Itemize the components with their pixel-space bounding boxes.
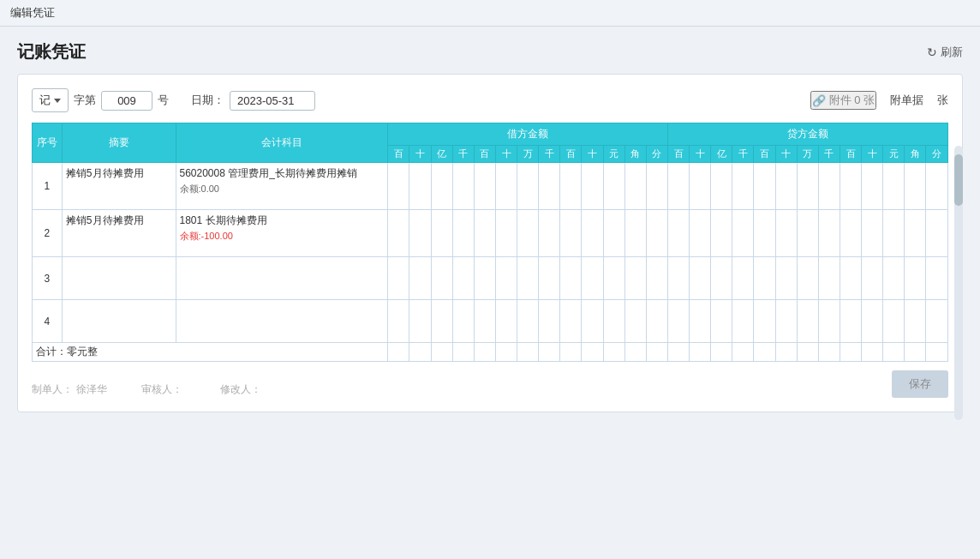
debit-digit-r0c10[interactable] — [603, 163, 624, 210]
credit-digit-r3c6[interactable] — [797, 300, 818, 343]
debit-digit-r2c10[interactable] — [603, 257, 624, 300]
voucher-type-button[interactable]: 记 — [32, 88, 69, 112]
debit-digit-r1c4[interactable] — [474, 210, 495, 257]
debit-digit-r3c0[interactable] — [388, 300, 409, 343]
credit-digit-r2c12[interactable] — [926, 257, 948, 300]
credit-digit-r2c9[interactable] — [862, 257, 883, 300]
credit-digit-r2c0[interactable] — [667, 257, 689, 300]
row-summary-0[interactable]: 摊销5月待摊费用 — [62, 163, 176, 210]
debit-digit-r1c8[interactable] — [560, 210, 582, 257]
credit-digit-r3c12[interactable] — [926, 300, 948, 343]
save-button[interactable]: 保存 — [892, 370, 948, 398]
debit-digit-r3c10[interactable] — [603, 300, 624, 343]
credit-digit-r1c2[interactable] — [711, 210, 732, 257]
credit-digit-r1c9[interactable] — [862, 210, 883, 257]
debit-digit-r1c6[interactable] — [517, 210, 539, 257]
credit-digit-r3c3[interactable] — [732, 300, 754, 343]
credit-digit-r0c0[interactable] — [667, 163, 689, 210]
credit-digit-r1c12[interactable] — [926, 210, 948, 257]
scrollbar-thumb[interactable] — [954, 154, 963, 206]
row-summary-1[interactable]: 摊销5月待摊费用 — [62, 210, 176, 257]
debit-digit-r2c0[interactable] — [388, 257, 409, 300]
debit-digit-r1c11[interactable] — [624, 210, 646, 257]
credit-digit-r0c9[interactable] — [862, 163, 883, 210]
debit-digit-r3c6[interactable] — [517, 300, 539, 343]
attachment-single-button[interactable]: 附单据 — [890, 93, 923, 108]
debit-digit-r0c8[interactable] — [560, 163, 582, 210]
debit-digit-r2c6[interactable] — [517, 257, 539, 300]
debit-digit-r0c6[interactable] — [517, 163, 539, 210]
credit-digit-r3c4[interactable] — [754, 300, 775, 343]
credit-digit-r3c2[interactable] — [711, 300, 732, 343]
table-row[interactable]: 2摊销5月待摊费用1801 长期待摊费用余额:-100.00 — [33, 210, 948, 257]
debit-digit-r1c9[interactable] — [582, 210, 603, 257]
debit-digit-r1c5[interactable] — [495, 210, 517, 257]
credit-digit-r0c3[interactable] — [732, 163, 754, 210]
credit-digit-r1c6[interactable] — [797, 210, 818, 257]
debit-digit-r1c0[interactable] — [388, 210, 409, 257]
credit-digit-r0c4[interactable] — [754, 163, 775, 210]
debit-digit-r2c5[interactable] — [495, 257, 517, 300]
debit-digit-r3c2[interactable] — [431, 300, 452, 343]
credit-digit-r1c7[interactable] — [818, 210, 840, 257]
credit-digit-r2c11[interactable] — [905, 257, 926, 300]
voucher-number-input[interactable] — [101, 91, 152, 111]
credit-digit-r0c10[interactable] — [883, 163, 905, 210]
debit-digit-r3c11[interactable] — [624, 300, 646, 343]
debit-digit-r1c3[interactable] — [452, 210, 474, 257]
debit-digit-r1c2[interactable] — [431, 210, 452, 257]
debit-digit-r3c7[interactable] — [539, 300, 560, 343]
credit-digit-r3c8[interactable] — [840, 300, 861, 343]
debit-digit-r2c9[interactable] — [582, 257, 603, 300]
credit-digit-r1c3[interactable] — [732, 210, 754, 257]
debit-digit-r1c10[interactable] — [603, 210, 624, 257]
row-summary-3[interactable] — [62, 300, 176, 343]
credit-digit-r1c1[interactable] — [690, 210, 711, 257]
debit-digit-r2c7[interactable] — [539, 257, 560, 300]
table-row[interactable]: 1摊销5月待摊费用56020008 管理费用_长期待摊费用摊销余额:0.00 — [33, 163, 948, 210]
credit-digit-r2c8[interactable] — [840, 257, 861, 300]
debit-digit-r0c2[interactable] — [431, 163, 452, 210]
credit-digit-r0c12[interactable] — [926, 163, 948, 210]
credit-digit-r2c3[interactable] — [732, 257, 754, 300]
credit-digit-r1c8[interactable] — [840, 210, 861, 257]
debit-digit-r1c7[interactable] — [539, 210, 560, 257]
credit-digit-r0c1[interactable] — [690, 163, 711, 210]
credit-digit-r0c6[interactable] — [797, 163, 818, 210]
row-account-2[interactable] — [176, 257, 388, 300]
debit-digit-r0c11[interactable] — [624, 163, 646, 210]
credit-digit-r3c7[interactable] — [818, 300, 840, 343]
debit-digit-r3c1[interactable] — [409, 300, 431, 343]
attachment-button[interactable]: 🔗 附件 0 张 — [810, 91, 876, 110]
credit-digit-r3c9[interactable] — [862, 300, 883, 343]
credit-digit-r0c2[interactable] — [711, 163, 732, 210]
credit-digit-r3c1[interactable] — [690, 300, 711, 343]
credit-digit-r3c10[interactable] — [883, 300, 905, 343]
credit-digit-r3c0[interactable] — [667, 300, 689, 343]
debit-digit-r1c1[interactable] — [409, 210, 431, 257]
credit-digit-r1c5[interactable] — [775, 210, 797, 257]
debit-digit-r3c9[interactable] — [582, 300, 603, 343]
refresh-button[interactable]: ↻ 刷新 — [927, 45, 963, 60]
credit-digit-r2c7[interactable] — [818, 257, 840, 300]
row-account-3[interactable] — [176, 300, 388, 343]
debit-digit-r2c4[interactable] — [474, 257, 495, 300]
debit-digit-r3c3[interactable] — [452, 300, 474, 343]
debit-digit-r0c7[interactable] — [539, 163, 560, 210]
debit-digit-r2c3[interactable] — [452, 257, 474, 300]
debit-digit-r3c12[interactable] — [646, 300, 667, 343]
credit-digit-r2c10[interactable] — [883, 257, 905, 300]
credit-digit-r0c8[interactable] — [840, 163, 861, 210]
debit-digit-r3c4[interactable] — [474, 300, 495, 343]
credit-digit-r2c6[interactable] — [797, 257, 818, 300]
debit-digit-r2c12[interactable] — [646, 257, 667, 300]
table-row[interactable]: 4 — [33, 300, 948, 343]
row-account-0[interactable]: 56020008 管理费用_长期待摊费用摊销余额:0.00 — [176, 163, 388, 210]
row-summary-2[interactable] — [62, 257, 176, 300]
debit-digit-r2c11[interactable] — [624, 257, 646, 300]
debit-digit-r0c4[interactable] — [474, 163, 495, 210]
credit-digit-r1c0[interactable] — [667, 210, 689, 257]
table-row[interactable]: 3 — [33, 257, 948, 300]
row-account-1[interactable]: 1801 长期待摊费用余额:-100.00 — [176, 210, 388, 257]
credit-digit-r3c11[interactable] — [905, 300, 926, 343]
